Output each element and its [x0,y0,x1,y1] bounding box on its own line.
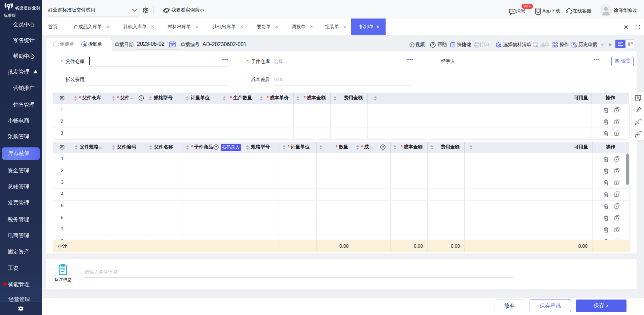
svg-text:父: 父 [636,120,640,125]
svg-text:?: ? [432,43,434,47]
svg-text:草: 草 [637,96,640,100]
svg-text:子: 子 [636,132,640,137]
